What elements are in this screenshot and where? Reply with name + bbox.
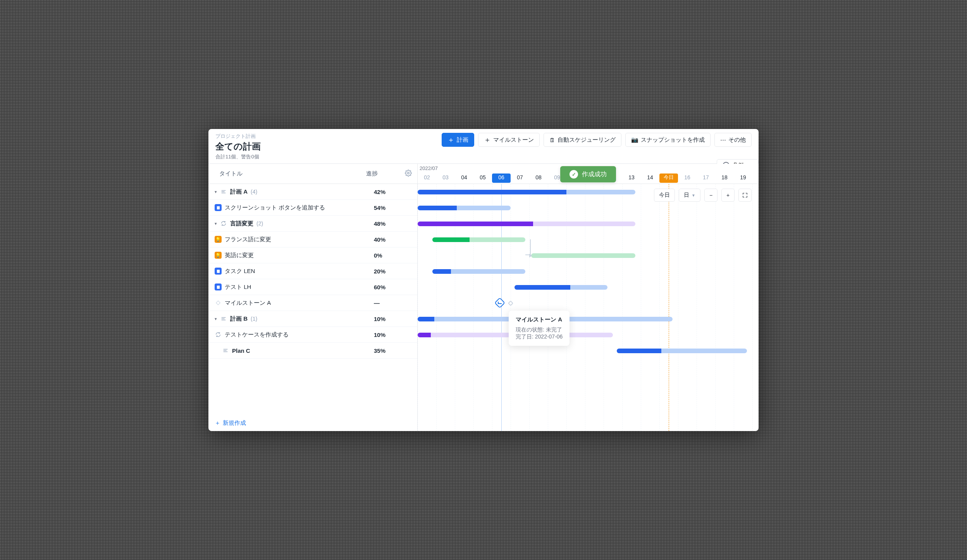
day-cell[interactable]: 06: [492, 173, 511, 183]
bulb-icon: 💡: [215, 252, 222, 259]
gantt-bar[interactable]: [432, 269, 525, 274]
arrow-icon: [529, 254, 532, 258]
month-label: 2022/07: [420, 165, 438, 171]
task-name: テストケースを作成する: [225, 331, 289, 338]
zoom-out-button[interactable]: −: [704, 189, 718, 202]
gantt-row[interactable]: [418, 311, 759, 327]
gantt-row[interactable]: [418, 263, 759, 279]
day-cell[interactable]: 13: [622, 173, 641, 183]
chevron-down-icon[interactable]: ▾: [215, 316, 217, 321]
day-cell[interactable]: 04: [455, 173, 473, 183]
gantt-bar[interactable]: [514, 285, 607, 290]
header: プロジェクト計画 全ての計画 合計11個、警告0個 ＋ 計画 ＋ マイルストーン…: [208, 129, 759, 164]
today-button[interactable]: 今日: [654, 189, 675, 202]
summary-text: 合計11個、警告0個: [215, 153, 261, 160]
gantt-bar[interactable]: [617, 349, 747, 353]
day-cell[interactable]: 05: [473, 173, 492, 183]
column-title[interactable]: タイトル: [214, 170, 366, 177]
create-plan-button[interactable]: ＋ 計画: [442, 133, 474, 147]
child-count: (1): [251, 316, 257, 322]
milestone-marker[interactable]: [494, 297, 505, 308]
table-row[interactable]: マイルストーン A—: [208, 295, 417, 311]
gantt-row[interactable]: [418, 247, 759, 263]
table-header: タイトル 進捗: [208, 164, 417, 184]
gantt-area[interactable]: マイルストーン A現在の状態: 未完了完了日: 2022-07-06: [418, 184, 759, 431]
day-cell[interactable]: 03: [436, 173, 455, 183]
recyc-icon: [220, 220, 227, 227]
table-row[interactable]: スクリーンショット ボタンを追加する54%: [208, 200, 417, 216]
day-cell[interactable]: 07: [511, 173, 529, 183]
progress-value: 10%: [374, 316, 417, 322]
auto-schedule-button[interactable]: 🗓 自動スケジューリング: [544, 133, 621, 147]
gantt-row[interactable]: [418, 327, 759, 343]
day-cell[interactable]: 02: [418, 173, 436, 183]
more-button[interactable]: ⋯ その他: [714, 133, 752, 147]
create-milestone-button[interactable]: ＋ マイルストーン: [478, 133, 540, 147]
gantt-row[interactable]: [418, 216, 759, 232]
day-cell[interactable]: 19: [734, 173, 752, 183]
day-cell[interactable]: 17: [697, 173, 715, 183]
svg-rect-4: [217, 206, 219, 209]
chevron-down-icon: ▼: [692, 193, 695, 198]
unit-select[interactable]: 日 ▼: [679, 189, 700, 202]
table-row[interactable]: タスク LEN20%: [208, 263, 417, 279]
table-row[interactable]: テスト LH60%: [208, 279, 417, 295]
snapshot-button[interactable]: 📷 スナップショットを作成: [625, 133, 711, 147]
table-row[interactable]: ▾計画 A(4)42%: [208, 184, 417, 200]
progress-value: 0%: [374, 252, 417, 259]
progress-value: 35%: [374, 347, 417, 354]
gantt-row[interactable]: [418, 232, 759, 247]
progress-value: 10%: [374, 332, 417, 338]
bulb-icon: 💡: [215, 236, 222, 243]
fullscreen-button[interactable]: [738, 189, 752, 202]
task-name: テスト LH: [225, 283, 251, 291]
gantt-bar[interactable]: [418, 190, 635, 194]
task-name: フランス語に変更: [225, 236, 271, 243]
breadcrumb[interactable]: プロジェクト計画: [215, 133, 261, 140]
recyc-icon: [215, 331, 222, 338]
table-row[interactable]: ▾計画 B(1)10%: [208, 311, 417, 327]
task-name: 計画 B: [230, 315, 248, 323]
tooltip-due: 完了日: 2022-07-06: [516, 333, 563, 340]
gantt-bar[interactable]: [418, 222, 635, 226]
day-cell[interactable]: 14: [641, 173, 659, 183]
add-new-button[interactable]: ＋ 新規作成: [208, 415, 417, 431]
gantt-bar[interactable]: [432, 237, 525, 242]
milestone-secondary-marker: [508, 301, 513, 306]
gear-icon[interactable]: [405, 170, 412, 178]
progress-value: 48%: [374, 220, 417, 227]
gantt-bar[interactable]: [531, 253, 635, 258]
table-row[interactable]: ▾言語変更(2)48%: [208, 216, 417, 232]
gantt-row[interactable]: [418, 200, 759, 216]
table-row[interactable]: Plan C35%: [208, 343, 417, 359]
progress-value: 20%: [374, 268, 417, 275]
table-row[interactable]: テストケースを作成する10%: [208, 327, 417, 343]
chevron-down-icon[interactable]: ▾: [215, 221, 217, 226]
gantt-panel: ✓ 作成成功 2022/07 0203040506070809101112131…: [418, 164, 759, 431]
bars-icon: [220, 315, 227, 322]
chevron-down-icon[interactable]: ▾: [215, 189, 217, 194]
day-cell[interactable]: 16: [678, 173, 697, 183]
calendar-icon: 🗓: [549, 137, 555, 143]
task-name: 言語変更: [230, 220, 253, 227]
gantt-row[interactable]: [418, 279, 759, 295]
success-toast: ✓ 作成成功: [560, 166, 616, 182]
view-controls: 今日 日 ▼ − +: [654, 189, 752, 202]
task-name: タスク LEN: [225, 268, 255, 275]
tooltip-status: 現在の状態: 未完了: [516, 326, 563, 333]
table-row[interactable]: 💡英語に変更0%: [208, 247, 417, 263]
task-name: Plan C: [232, 347, 250, 354]
gantt-row[interactable]: [418, 295, 759, 311]
day-cell[interactable]: 18: [715, 173, 734, 183]
gantt-row[interactable]: [418, 343, 759, 359]
day-cell[interactable]: 20: [752, 173, 759, 183]
progress-value: 54%: [374, 204, 417, 211]
plus-icon: ＋: [447, 136, 454, 143]
task-name: 英語に変更: [225, 252, 254, 259]
day-cell[interactable]: 08: [529, 173, 548, 183]
gantt-bar[interactable]: [418, 206, 511, 210]
day-cell[interactable]: 今日: [659, 173, 678, 183]
table-row[interactable]: 💡フランス語に変更40%: [208, 232, 417, 247]
zoom-in-button[interactable]: +: [721, 189, 735, 202]
column-progress[interactable]: 進捗: [366, 170, 405, 177]
